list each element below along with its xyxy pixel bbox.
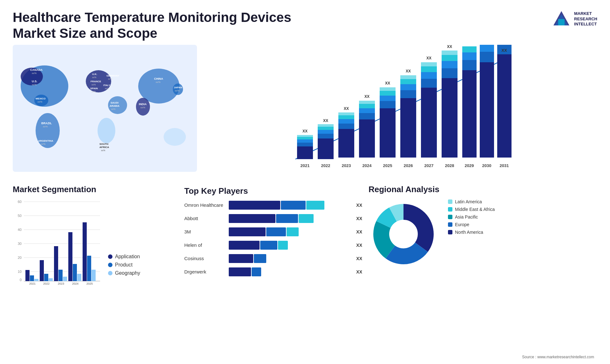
legend-dot-application: [108, 254, 112, 259]
svg-rect-94: [421, 66, 437, 72]
logo: MARKET RESEARCH INTELLECT: [552, 10, 597, 29]
svg-text:40: 40: [18, 228, 22, 232]
regional-legend: Latin America Middle East & Africa Asia …: [448, 199, 495, 235]
svg-rect-107: [462, 52, 477, 60]
svg-rect-85: [400, 90, 416, 98]
svg-rect-91: [421, 88, 437, 158]
svg-text:xx%: xx%: [175, 89, 180, 92]
legend-label-application: Application: [115, 254, 140, 260]
svg-rect-111: [480, 52, 494, 62]
svg-text:2030: 2030: [482, 163, 491, 168]
svg-rect-144: [68, 232, 72, 281]
svg-rect-114: [497, 54, 512, 158]
page-title: Healthcare Temperature Monitoring Device…: [13, 10, 299, 42]
svg-text:MEXICO: MEXICO: [36, 97, 46, 100]
svg-rect-79: [380, 96, 396, 101]
svg-rect-105: [462, 70, 477, 158]
legend-asia-pacific: Asia Pacific: [448, 214, 495, 219]
svg-rect-106: [462, 60, 477, 70]
bar-seg3: [287, 227, 299, 236]
region-label-latin-america: Latin America: [455, 199, 482, 204]
svg-rect-67: [338, 112, 354, 115]
svg-text:XX: XX: [344, 106, 349, 111]
svg-rect-52: [297, 137, 313, 139]
growth-chart-section: XX 2021 XX 2022 XX 2023 XX 20: [203, 45, 597, 181]
svg-text:AFRICA: AFRICA: [99, 146, 109, 149]
players-title: Top Key Players: [184, 186, 362, 196]
player-row-cosinuss: Cosinuss XX: [184, 254, 362, 263]
bar-seg1: [229, 241, 260, 250]
svg-rect-64: [338, 124, 354, 129]
svg-text:xx%: xx%: [92, 76, 96, 78]
source-text: Source : www.marketresearchintellect.com: [522, 355, 594, 359]
svg-text:ITALY: ITALY: [103, 84, 110, 87]
svg-text:XX: XX: [501, 48, 507, 53]
svg-rect-80: [380, 91, 396, 96]
svg-text:SAUDI: SAUDI: [111, 101, 119, 104]
svg-rect-142: [63, 277, 67, 281]
legend-application: Application: [108, 254, 140, 260]
region-dot-latin-america: [448, 199, 452, 204]
svg-rect-145: [73, 264, 77, 281]
region-label-apac: Asia Pacific: [455, 214, 478, 219]
segmentation-title: Market Segmentation: [13, 185, 178, 194]
svg-rect-133: [30, 275, 34, 281]
svg-text:30: 30: [18, 242, 22, 246]
players-section: Top Key Players Omron Healthcare XX Abbo…: [184, 185, 362, 285]
svg-text:XX: XX: [364, 94, 369, 99]
player-name-3m: 3M: [184, 229, 226, 234]
bar-seg1: [229, 254, 253, 263]
svg-rect-57: [318, 134, 334, 138]
svg-text:xx%: xx%: [43, 125, 48, 128]
svg-text:xx%: xx%: [140, 106, 145, 109]
svg-text:2029: 2029: [465, 163, 474, 168]
player-name-helen: Helen of: [184, 242, 226, 248]
svg-rect-102: [442, 51, 458, 55]
player-row-3m: 3M XX: [184, 227, 362, 236]
legend-north-america: North America: [448, 230, 495, 235]
svg-rect-101: [442, 55, 458, 61]
svg-rect-58: [318, 130, 334, 134]
logo-icon: [552, 10, 571, 29]
player-bar-drgerwerk: [229, 267, 351, 276]
svg-rect-136: [40, 260, 44, 281]
bar-seg1: [229, 267, 251, 276]
svg-rect-60: [318, 124, 334, 127]
legend-label-product: Product: [115, 262, 132, 268]
svg-rect-59: [318, 127, 334, 130]
svg-text:20: 20: [18, 256, 22, 260]
legend-geography: Geography: [108, 270, 140, 276]
region-label-na: North America: [455, 230, 483, 235]
svg-text:CANADA: CANADA: [30, 68, 43, 71]
bar-seg2: [254, 254, 266, 263]
svg-text:JAPAN: JAPAN: [174, 86, 182, 89]
segmentation-chart: 60 50 40 30 20 10 0 2021: [13, 199, 102, 285]
bar-seg2: [276, 214, 298, 223]
svg-text:xx%: xx%: [41, 143, 45, 145]
bar-seg2: [252, 267, 261, 276]
svg-text:2025: 2025: [383, 163, 392, 168]
svg-text:xx%: xx%: [105, 87, 109, 90]
svg-rect-88: [400, 75, 416, 79]
legend-label-geography: Geography: [115, 270, 140, 276]
header: Healthcare Temperature Monitoring Device…: [0, 0, 610, 45]
player-value-abbott: XX: [356, 216, 362, 221]
region-dot-europe: [448, 222, 452, 227]
regional-donut-chart: [369, 199, 438, 269]
player-bar-abbott: [229, 214, 351, 223]
player-row-abbott: Abbott XX: [184, 214, 362, 223]
svg-rect-93: [421, 72, 437, 79]
svg-rect-56: [318, 138, 334, 159]
svg-text:2024: 2024: [363, 163, 372, 168]
svg-text:xx%: xx%: [37, 100, 42, 103]
svg-text:0: 0: [20, 278, 22, 282]
player-row-omron: Omron Healthcare XX: [184, 201, 362, 210]
legend-latin-america: Latin America: [448, 199, 495, 204]
player-row-helen: Helen of XX: [184, 241, 362, 250]
svg-text:2031: 2031: [500, 163, 509, 168]
svg-rect-141: [58, 270, 63, 281]
bar-seg3: [299, 214, 313, 223]
svg-text:GERMANY: GERMANY: [106, 74, 120, 77]
legend-dot-geography: [108, 271, 112, 275]
svg-rect-65: [338, 119, 354, 124]
